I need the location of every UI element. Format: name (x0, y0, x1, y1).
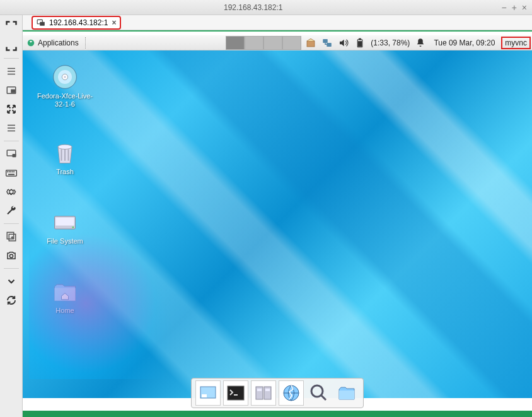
desktop-icon-label: Fedora-Xfce-Live-32-1-6 (37, 92, 93, 109)
desktop-icon-trash[interactable]: Trash (37, 139, 93, 176)
svg-rect-22 (359, 41, 362, 46)
dock-file-manager[interactable] (251, 380, 276, 406)
panel-separator (85, 37, 89, 49)
expand-icon[interactable] (3, 100, 20, 118)
menu-icon[interactable] (3, 62, 20, 80)
svg-rect-3 (12, 154, 16, 157)
svg-rect-32 (202, 394, 207, 397)
host-wallpaper: Applications (1:33, 78%) Tue 09 Mar, 09:… (23, 30, 532, 417)
battery-text: (1:33, 78%) (371, 38, 410, 47)
applications-label: Applications (38, 38, 79, 47)
remote-viewport: Applications (1:33, 78%) Tue 09 Mar, 09:… (23, 32, 532, 411)
clock[interactable]: Tue 09 Mar, 09:20 (431, 38, 497, 47)
workspace-switcher[interactable] (226, 36, 301, 50)
network-icon[interactable] (321, 37, 333, 49)
dock-terminal[interactable] (223, 380, 248, 406)
svg-rect-33 (228, 386, 244, 400)
svg-rect-1 (11, 90, 15, 93)
viewer-sidebar (0, 15, 23, 417)
add-layer-icon[interactable] (3, 228, 20, 245)
svg-rect-9 (13, 172, 14, 173)
battery-icon[interactable] (354, 37, 366, 49)
workspace-3[interactable] (263, 36, 282, 50)
keyboard-icon[interactable] (3, 164, 20, 182)
chevron-down-icon[interactable] (3, 273, 20, 290)
svg-rect-15 (40, 21, 45, 25)
folder-home-icon (51, 278, 79, 305)
svg-rect-4 (6, 170, 16, 176)
user-menu[interactable]: myvnc (501, 37, 531, 49)
desktop-icon-filesystem[interactable]: File System (37, 208, 93, 245)
dock-folder[interactable] (334, 380, 359, 406)
window-controls: − + × (501, 3, 527, 13)
window-title: 192.168.43.182:1 (5, 3, 501, 12)
desktop-icon-label: Trash (56, 168, 74, 176)
close-button[interactable]: × (522, 3, 527, 13)
xfce-dock (191, 378, 364, 408)
vnc-icon (37, 18, 45, 27)
gear-icon[interactable] (3, 183, 20, 201)
dock-show-desktop[interactable] (195, 380, 221, 406)
desktop-icon-home[interactable]: Home (37, 278, 93, 315)
svg-rect-7 (10, 172, 11, 173)
desktop-icon-fedora-disc[interactable]: Fedora-Xfce-Live-32-1-6 (37, 63, 93, 109)
disc-icon (51, 63, 79, 91)
dock-web-browser[interactable] (279, 380, 304, 406)
dock-app-finder[interactable] (306, 380, 332, 406)
monitor-icon[interactable] (3, 145, 20, 163)
svg-rect-6 (8, 172, 9, 173)
volume-icon[interactable] (338, 37, 349, 49)
trash-icon (51, 139, 79, 167)
applications-menu[interactable]: Applications (23, 38, 83, 47)
fullscreen-corners-bl[interactable] (3, 37, 20, 54)
minimize-button[interactable]: − (501, 3, 506, 13)
desktop-icon-label: Home (55, 307, 74, 315)
tab-close-button[interactable]: × (112, 18, 116, 27)
workspace-1[interactable] (226, 36, 245, 50)
remote-desktop[interactable]: Fedora-Xfce-Live-32-1-6 Trash File Syste… (23, 50, 532, 398)
svg-rect-37 (265, 389, 270, 391)
svg-rect-28 (55, 216, 76, 229)
workspace-4[interactable] (282, 36, 301, 50)
connection-tabbar: 192.168.43.182:1 × (23, 15, 532, 30)
svg-rect-17 (307, 41, 315, 47)
wrench-icon[interactable] (3, 202, 20, 220)
tab-label: 192.168.43.182:1 (49, 18, 108, 27)
package-update-icon[interactable] (305, 37, 316, 49)
drive-icon (51, 208, 79, 236)
picture-in-picture-icon[interactable] (3, 81, 20, 99)
username-label: myvnc (505, 38, 527, 47)
svg-rect-21 (359, 38, 361, 40)
svg-rect-18 (323, 39, 328, 43)
refresh-icon[interactable] (3, 291, 20, 309)
svg-rect-29 (55, 218, 74, 226)
desktop-icon-label: File System (47, 237, 83, 245)
window-titlebar: 192.168.43.182:1 − + × (0, 0, 532, 15)
xfce-top-panel: Applications (1:33, 78%) Tue 09 Mar, 09:… (23, 35, 532, 50)
workspace-2[interactable] (245, 36, 263, 50)
svg-rect-8 (11, 172, 13, 173)
connection-tab[interactable]: 192.168.43.182:1 × (32, 16, 121, 30)
svg-point-39 (311, 385, 323, 397)
fullscreen-corners-tl[interactable] (3, 18, 20, 35)
svg-rect-5 (7, 172, 8, 173)
menu-icon-2[interactable] (3, 119, 20, 137)
svg-point-27 (58, 144, 72, 149)
svg-rect-10 (8, 174, 14, 175)
xfce-logo-icon (26, 38, 35, 47)
svg-point-30 (72, 226, 74, 228)
svg-point-13 (9, 254, 13, 257)
camera-icon[interactable] (3, 247, 20, 264)
system-tray: (1:33, 78%) Tue 09 Mar, 09:20 (301, 37, 501, 49)
svg-rect-36 (257, 389, 262, 391)
maximize-button[interactable]: + (512, 3, 517, 13)
notification-bell-icon[interactable] (415, 37, 426, 49)
svg-point-26 (64, 76, 66, 78)
